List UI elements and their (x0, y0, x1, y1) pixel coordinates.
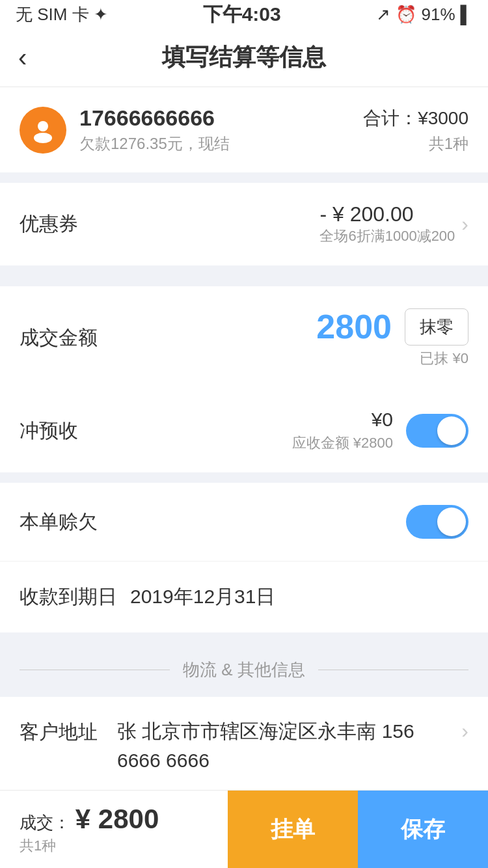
avatar (20, 107, 66, 154)
status-right: ↗ ⏰ 91% ▌ (376, 5, 472, 25)
coupon-desc: 全场6折满1000减200 (319, 226, 455, 246)
sim-status: 无 SIM 卡 ✦ (16, 3, 108, 26)
divider-section (0, 632, 488, 643)
content-area: 17666666666 欠款1276.35元，现结 合计：¥3000 共1种 优… (0, 87, 488, 868)
bottom-deal-label: 成交： (20, 813, 70, 832)
coupon-row[interactable]: 优惠券 - ¥ 200.00 全场6折满1000减200 › (0, 183, 488, 265)
alarm-icon: ⏰ (396, 5, 416, 25)
hold-button[interactable]: 挂单 (228, 791, 358, 869)
svg-point-0 (38, 121, 48, 131)
prepay-amount-col: ¥0 应收金额 ¥2800 (292, 409, 393, 453)
prepay-label: 冲预收 (20, 418, 78, 444)
prepay-right: ¥0 应收金额 ¥2800 (292, 409, 468, 453)
coupon-info: - ¥ 200.00 全场6折满1000减200 (319, 202, 455, 246)
customer-info: 17666666666 欠款1276.35元，现结 (79, 105, 230, 154)
customer-card: 17666666666 欠款1276.35元，现结 合计：¥3000 共1种 (0, 87, 488, 172)
deal-amount-right-area: 2800 抹零 已抹 ¥0 (316, 307, 468, 368)
deal-section: 成交金额 2800 抹零 已抹 ¥0 (0, 286, 488, 389)
deal-amount-label: 成交金额 (20, 325, 98, 351)
debt-order-row: 本单赊欠 (0, 483, 488, 561)
deal-sub-text: 已抹 ¥0 (316, 349, 468, 368)
coupon-label: 优惠券 (20, 211, 78, 237)
address-value: 张 北京市市辖区海淀区永丰南 156 6666 6666 (117, 716, 455, 775)
status-left: 无 SIM 卡 ✦ (16, 3, 108, 26)
chevron-right-icon: › (461, 212, 468, 236)
prepay-toggle[interactable] (406, 414, 468, 448)
deal-amount-right: 2800 抹零 (316, 307, 468, 346)
deal-amount-value: 2800 (316, 307, 392, 346)
battery-level: 91% (422, 5, 455, 25)
coupon-right: - ¥ 200.00 全场6折满1000减200 › (319, 202, 468, 246)
logistics-header: 物流 & 其他信息 (0, 643, 488, 697)
status-time: 下午4:03 (203, 1, 281, 28)
location-icon: ↗ (376, 5, 390, 25)
prepay-row: 冲预收 ¥0 应收金额 ¥2800 (0, 389, 488, 472)
due-date-label: 收款到期日 (20, 584, 117, 610)
prepay-sub: 应收金额 ¥2800 (292, 433, 393, 453)
debt-order-toggle[interactable] (406, 505, 468, 539)
logistics-line-left (20, 670, 170, 670)
total-count: 共1种 (363, 133, 468, 154)
customer-left: 17666666666 欠款1276.35元，现结 (20, 105, 230, 154)
bottom-deal-amount: ¥ 2800 (75, 804, 159, 834)
customer-right: 合计：¥3000 共1种 (363, 106, 468, 154)
coupon-amount: - ¥ 200.00 (319, 202, 455, 226)
separator-1 (0, 276, 488, 286)
prepay-amount: ¥0 (292, 409, 393, 431)
due-date-value: 2019年12月31日 (130, 584, 275, 610)
address-label: 客户地址 (20, 716, 98, 746)
debt-order-label: 本单赊欠 (20, 509, 98, 536)
logistics-header-text: 物流 & 其他信息 (170, 658, 318, 681)
total-label: 合计：¥3000 (363, 106, 468, 131)
separator-2 (0, 472, 488, 483)
address-chevron-icon: › (461, 716, 468, 743)
bottom-deal-row: 成交： ¥ 2800 (20, 804, 208, 835)
logistics-line-right (318, 670, 468, 670)
svg-point-1 (34, 133, 52, 143)
user-avatar-icon (30, 117, 56, 143)
toggle-knob (437, 416, 466, 445)
due-date-row: 收款到期日 2019年12月31日 (0, 562, 488, 632)
back-button[interactable]: ‹ (18, 43, 27, 72)
status-bar: 无 SIM 卡 ✦ 下午4:03 ↗ ⏰ 91% ▌ (0, 0, 488, 29)
save-button[interactable]: 保存 (358, 791, 488, 869)
debt-toggle-knob (437, 508, 466, 536)
address-row[interactable]: 客户地址 张 北京市市辖区海淀区永丰南 156 6666 6666 › (0, 697, 488, 794)
customer-phone: 17666666666 (79, 105, 230, 131)
battery-icon: ▌ (461, 5, 472, 25)
page-title: 填写结算等信息 (162, 42, 326, 74)
nav-bar: ‹ 填写结算等信息 (0, 29, 488, 87)
bottom-bar: 成交： ¥ 2800 共1种 挂单 保存 (0, 790, 488, 868)
deal-amount-row: 成交金额 2800 抹零 已抹 ¥0 (20, 286, 468, 389)
bottom-summary: 成交： ¥ 2800 共1种 (0, 804, 228, 856)
bottom-count: 共1种 (20, 836, 208, 856)
customer-debt: 欠款1276.35元，现结 (79, 133, 230, 154)
round-zero-button[interactable]: 抹零 (405, 308, 468, 346)
